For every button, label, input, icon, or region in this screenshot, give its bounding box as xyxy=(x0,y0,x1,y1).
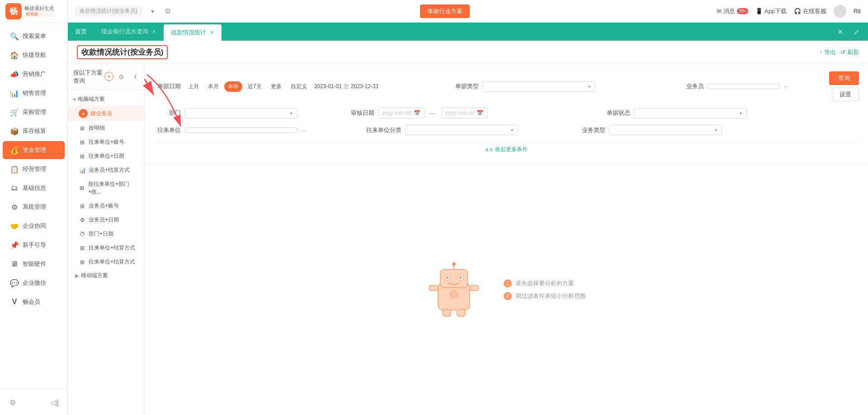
sidebar-item-inventory[interactable]: 📦 库存核算 xyxy=(3,122,65,140)
sidebar-item-search-menu[interactable]: 🔍 搜索菜单 xyxy=(3,27,65,45)
partner-select[interactable] xyxy=(184,127,297,133)
tip-2-text: 用过滤条件来缩小分析范围 xyxy=(515,292,586,300)
doc-type-select[interactable]: ▾ xyxy=(482,81,595,92)
top-bar-left: 收款情况统计(按业务员) ▾ ⚙ xyxy=(75,6,173,16)
sidebar-item-sales[interactable]: 📊 销售管理 xyxy=(3,84,65,102)
sidebar-item-guide[interactable]: 📌 新手引导 xyxy=(3,236,65,254)
refresh-btn[interactable]: ↺ 刷新 xyxy=(840,48,859,57)
calendar-start-icon: 📅 xyxy=(414,110,420,116)
guide-icon: 📌 xyxy=(10,241,19,250)
sidebar-item-purchase[interactable]: 🛒 采购管理 xyxy=(3,103,65,121)
settings-btn[interactable]: 设置 xyxy=(832,88,859,101)
svg-point-5 xyxy=(459,276,462,279)
plan-item-partner-account[interactable]: ⊞ 往来单位+账号 xyxy=(68,135,144,149)
close-all-tabs-btn[interactable]: ✕ xyxy=(834,25,846,38)
empty-tip-2: 2 用过滤条件来缩小分析范围 xyxy=(504,292,586,300)
tab-collection-stat[interactable]: 收款情况统计 ✕ xyxy=(164,24,222,41)
tab-bar: 首页 现金银行流水查询 ✕ 收款情况统计 ✕ ✕ ⤢ xyxy=(68,23,868,41)
date-tab-more[interactable]: 更多 xyxy=(267,81,285,92)
app-download-action[interactable]: 📱 App下载 xyxy=(755,7,787,15)
partner-more-btn[interactable]: ··· xyxy=(301,127,307,134)
plan-item-salesman-date[interactable]: ⚙ 业务员+日期 xyxy=(68,213,144,227)
tab-bank-flow[interactable]: 现金银行流水查询 ✕ xyxy=(94,23,164,41)
filter-date-item: 单据日期 上月 本月 本年 近7天 更多 自定义 2023-01-01 至 xyxy=(154,81,444,92)
tab-home[interactable]: 首页 xyxy=(68,23,94,41)
sidebar-item-enterprise[interactable]: 🤝 企业协同 xyxy=(3,217,65,235)
doc-status-select[interactable]: ▾ xyxy=(634,108,747,118)
online-service-action[interactable]: 🎧 在线客服 xyxy=(794,7,826,15)
close-collection-stat-tab-icon[interactable]: ✕ xyxy=(210,29,214,36)
close-bank-flow-tab-icon[interactable]: ✕ xyxy=(152,28,156,35)
date-start-value: 2023-01-01 xyxy=(314,83,342,90)
app-download-icon: 📱 xyxy=(755,8,763,14)
sidebar-item-system[interactable]: ⚙ 系统管理 xyxy=(3,198,65,216)
sidebar-item-basic-info[interactable]: 🗂 基础信息 xyxy=(3,179,65,197)
try-industry-btn[interactable]: 体验行业方案 xyxy=(420,5,470,18)
salesman-select[interactable] xyxy=(708,84,780,89)
date-range-input: 2023-01-01 至 2023-12-31 xyxy=(314,83,379,90)
collapse-filter-btn[interactable]: ∧∧ 收起更多条件 xyxy=(154,141,859,157)
plan-item-by-salesman[interactable]: ● 按业务员 xyxy=(68,106,144,121)
headset-icon: 🎧 xyxy=(794,8,801,14)
plan-item-partner-method1[interactable]: ⊞ 往来单位+结算方式 xyxy=(68,241,144,255)
date-tab-last-7[interactable]: 近7天 xyxy=(244,81,265,92)
date-tab-custom[interactable]: 自定义 xyxy=(287,81,311,92)
filter-area: 单据日期 上月 本月 本年 近7天 更多 自定义 2023-01-01 至 xyxy=(145,64,868,165)
sidebar-item-operations[interactable]: 📋 经营管理 xyxy=(3,160,65,178)
logo-icon: 畅 xyxy=(5,3,22,19)
action-buttons: 查询 设置 xyxy=(829,71,859,101)
plan-item-partner-method2[interactable]: ⊞ 往来单位+结算方式 xyxy=(68,255,144,269)
plan-item-dept-date[interactable]: ⏱ 部门+日期 xyxy=(68,227,144,241)
breadcrumb-dropdown-btn[interactable]: ▾ xyxy=(147,6,157,16)
sidebar-item-quick-nav[interactable]: 🏠 快捷导航 xyxy=(3,46,65,64)
settings-bottom-btn[interactable]: ⚙ xyxy=(5,394,21,410)
sidebar-item-member[interactable]: V 畅会员 xyxy=(3,293,65,311)
expand-tab-btn[interactable]: ⤢ xyxy=(850,25,863,38)
messages-action[interactable]: ✉ 消息 99+ xyxy=(717,7,748,15)
collapse-plan-btn[interactable]: 《 xyxy=(129,72,139,82)
dept-select[interactable]: ▾ xyxy=(184,108,297,118)
mobile-plan-group[interactable]: ▶ 移动端方案 xyxy=(68,269,144,282)
svg-rect-8 xyxy=(429,285,438,291)
plan-item-partner-date[interactable]: ⊞ 往来单位+日期 xyxy=(68,149,144,163)
review-date-start-input[interactable]: yyyy-mm-dd 📅 xyxy=(378,108,424,118)
purchase-icon: 🛒 xyxy=(10,108,19,117)
topbar-settings-icon[interactable]: ⚙ xyxy=(163,6,173,16)
export-icon: ↑ xyxy=(820,49,823,56)
collapse-sidebar-btn[interactable]: ◁∥ xyxy=(47,394,63,410)
plan-item-by-detail[interactable]: ⊞ 按明细 xyxy=(68,121,144,135)
user-avatar[interactable] xyxy=(834,5,846,18)
salesman-more-btn[interactable]: ··· xyxy=(783,83,789,90)
date-tab-this-year[interactable]: 本年 xyxy=(224,81,242,92)
partner-category-select[interactable]: ▾ xyxy=(405,125,518,135)
date-tab-last-month[interactable]: 上月 xyxy=(184,81,203,92)
sidebar-item-finance[interactable]: 💰 资金管理 xyxy=(3,141,65,159)
left-panel: 按以下方案查询 + ⚙ 《 ▾ 电脑端方案 ● 按业务员 ⊞ xyxy=(68,64,145,415)
plan-item-salesman-method[interactable]: 📊 业务员+结算方式 xyxy=(68,163,144,177)
date-tabs: 上月 本月 本年 近7天 更多 自定义 xyxy=(184,81,311,92)
date-label: 单据日期 xyxy=(154,82,181,90)
desktop-plan-group[interactable]: ▾ 电脑端方案 xyxy=(68,93,144,106)
empty-content: 1 请先选择要分析的方案 2 用过滤条件来缩小分析范围 xyxy=(427,260,586,319)
basic-info-icon: 🗂 xyxy=(10,184,19,193)
add-plan-btn[interactable]: + xyxy=(104,72,113,81)
desktop-group-arrow-icon: ▾ xyxy=(73,96,76,103)
salesman-date-icon: ⚙ xyxy=(79,217,86,224)
date-tab-this-month[interactable]: 本月 xyxy=(204,81,222,92)
doc-type-dropdown-icon: ▾ xyxy=(588,84,590,89)
sidebar-item-wechat[interactable]: 💬 企业微信 xyxy=(3,274,65,292)
biz-type-select[interactable]: ▾ xyxy=(609,125,722,135)
sidebar-item-marketing[interactable]: 📣 营销推广 xyxy=(3,65,65,83)
svg-rect-9 xyxy=(470,285,479,291)
review-date-end-input[interactable]: yyyy-mm-dd 📅 xyxy=(441,108,487,118)
collapse-up-icon: ∧∧ xyxy=(485,146,493,153)
dept-dropdown-icon: ▾ xyxy=(290,111,292,116)
system-icon: ⚙ xyxy=(10,203,19,212)
settings-plan-btn[interactable]: ⚙ xyxy=(116,72,126,82)
sidebar-item-smart-hw[interactable]: 🖥 智能硬件 xyxy=(3,255,65,273)
plan-item-salesman-account[interactable]: ⊞ 业务员+账号 xyxy=(68,199,144,213)
plan-item-by-partner-dept[interactable]: ⊞ 按往来单位+部门+收... xyxy=(68,177,144,199)
query-btn[interactable]: 查询 xyxy=(829,71,859,85)
date-end-value: 2023-12-31 xyxy=(351,83,378,90)
export-btn[interactable]: ↑ 导出 xyxy=(820,48,836,57)
